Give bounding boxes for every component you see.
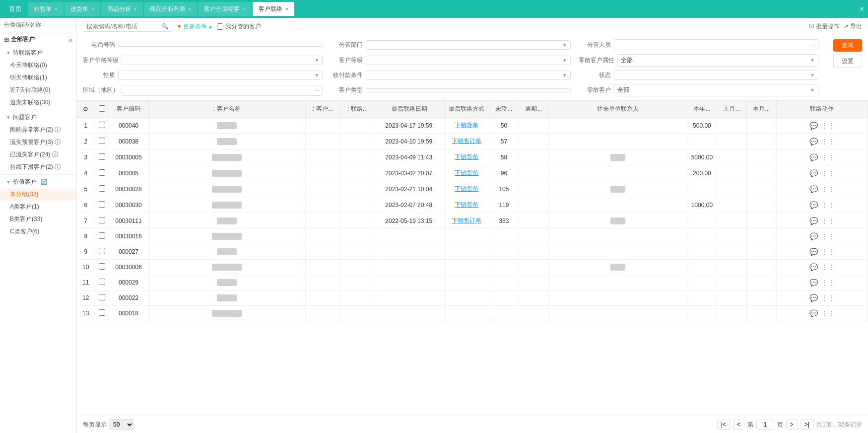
message-icon[interactable]: 💬 [809,232,818,240]
close-icon[interactable]: × [243,6,246,12]
prev-page-btn[interactable]: < [733,420,744,430]
sidebar-item-overdue[interactable]: 逾期未联络(30) [0,96,76,109]
row-checkbox[interactable] [95,290,109,306]
last-way-link[interactable]: 下销售订单 [452,217,481,224]
page-size-select[interactable]: 50 100 200 [109,419,134,430]
message-icon[interactable]: 💬 [809,169,818,177]
home-tab[interactable]: 首页 [4,4,27,13]
main-search-input[interactable] [86,23,159,30]
first-page-btn[interactable]: |< [717,420,730,430]
message-icon[interactable]: 💬 [809,263,818,271]
grid-action-icon[interactable]: ⋮⋮ [821,122,835,130]
sidebar-item-churn-warn[interactable]: 流失预警客户(3) ⓘ [0,136,76,148]
close-icon[interactable]: × [55,6,58,12]
row-checkbox[interactable] [95,260,109,275]
my-customers-check[interactable] [217,23,223,30]
sidebar-item-7days[interactable]: 近7天待联络(0) [0,84,76,96]
sidebar-group-problem[interactable]: ▼ 问题客户 [0,111,76,124]
main-search-box[interactable]: 🔍 [83,21,172,32]
next-page-btn[interactable]: > [786,420,798,430]
last-way-link[interactable]: 下销货单 [455,169,478,176]
sidebar-item-tomorrow[interactable]: 明天待联络(1) [0,72,76,84]
batch-ops-btn[interactable]: ☑ 批量操作 [809,22,840,31]
message-icon[interactable]: 💬 [809,309,818,317]
close-icon[interactable]: × [189,6,192,12]
last-page-btn[interactable]: >| [801,420,813,430]
sidebar-item-declining[interactable]: 持续下滑客户(2) ⓘ [0,161,76,173]
row-checkbox[interactable] [95,275,109,290]
nav-tab-purchase[interactable]: 进货单 × [65,2,100,16]
page-number-input[interactable] [756,420,774,430]
grid-action-icon[interactable]: ⋮⋮ [821,201,835,209]
sidebar-item-ungrouped[interactable]: 未分组(32) [0,188,76,201]
nav-tab-customer-tier[interactable]: 客户分层经客 × [198,2,252,16]
row-checkbox[interactable] [95,229,109,244]
close-icon[interactable]: × [285,6,288,12]
close-icon[interactable]: × [91,6,94,12]
query-button[interactable]: 查询 [833,39,862,52]
row-checkbox[interactable] [95,244,109,260]
nav-tab-analysis-list[interactable]: 商品分析列表 × [144,2,198,16]
message-icon[interactable]: 💬 [809,185,818,193]
select-all-checkbox[interactable] [99,105,105,112]
sidebar-item-churned[interactable]: 已流失客户(24) ⓘ [0,148,76,161]
last-way-link[interactable]: 下销货单 [455,122,478,129]
message-icon[interactable]: 💬 [809,294,818,302]
th-check[interactable] [95,101,109,118]
sidebar-item-c-class[interactable]: C类客户(6) [0,225,76,238]
reset-button[interactable]: 设置 [833,55,862,68]
row-checkbox[interactable] [95,306,109,321]
grid-action-icon[interactable]: ⋮⋮ [821,263,835,271]
zero-attr-input[interactable]: 全部 ▼ [617,54,818,67]
message-icon[interactable]: 💬 [809,138,818,145]
nav-tab-sales[interactable]: 销售单 × [28,2,64,16]
row-checkbox[interactable] [95,134,109,149]
region-input[interactable]: ··· [122,85,323,96]
sidebar-group-value[interactable]: ▼ 价值客户 🔄 [0,176,76,188]
grid-action-icon[interactable]: ⋮⋮ [821,138,835,145]
status-input[interactable]: ▼ [614,71,818,80]
row-checkbox[interactable] [95,213,109,229]
nav-tab-analysis[interactable]: 商品分析 × [101,2,143,16]
row-checkbox[interactable] [95,181,109,197]
message-icon[interactable]: 💬 [809,153,818,161]
zero-customer-input[interactable]: 全部 ▼ [614,84,818,96]
row-checkbox[interactable] [95,165,109,181]
gender-input[interactable]: ▼ [118,71,323,80]
grid-action-icon[interactable]: ⋮⋮ [821,153,835,161]
grid-action-icon[interactable]: ⋮⋮ [821,309,835,317]
price-level-input[interactable]: ▼ [122,56,323,65]
nav-tab-customer-contact[interactable]: 客户联络 × [253,2,294,16]
person-input[interactable]: ··· [614,39,818,50]
sidebar-item-today[interactable]: 今天待联络(0) [0,59,76,72]
close-window-icon[interactable]: × [860,4,864,13]
grid-action-icon[interactable]: ⋮⋮ [821,185,835,193]
last-way-link[interactable]: 下销货单 [455,185,478,192]
sidebar-item-b-class[interactable]: B类客户(33) [0,213,76,225]
last-way-link[interactable]: 下销售订单 [452,138,481,144]
grid-action-icon[interactable]: ⋮⋮ [821,169,835,177]
export-btn[interactable]: ↗ 导出 [844,22,862,31]
last-way-link[interactable]: 下销货单 [455,201,478,208]
message-icon[interactable]: 💬 [809,122,818,130]
message-icon[interactable]: 💬 [809,201,818,209]
sidebar-group-pending[interactable]: ▼ 待联络客户 [0,47,76,59]
dept-input[interactable]: ▼ [366,40,570,50]
grid-action-icon[interactable]: ⋮⋮ [821,294,835,302]
customer-level-input[interactable]: ▼ [366,56,570,65]
message-icon[interactable]: 💬 [809,248,818,256]
sidebar-search-input[interactable] [4,21,77,28]
th-settings[interactable]: ⚙ [77,101,95,118]
close-icon[interactable]: × [134,6,137,12]
last-way-link[interactable]: 下销货单 [455,153,478,160]
grid-action-icon[interactable]: ⋮⋮ [821,248,835,256]
collapse-icon[interactable]: « [68,36,72,44]
sidebar-item-abnormal[interactable]: 囤购异常客户(2) ⓘ [0,124,76,136]
row-checkbox[interactable] [95,149,109,165]
all-customers-header[interactable]: ⊞ 全部客户 « [0,32,76,47]
sidebar-item-a-class[interactable]: A类客户(1) [0,201,76,213]
more-conditions-btn[interactable]: ▼ 更多条件 ▲ [176,22,213,31]
grid-action-icon[interactable]: ⋮⋮ [821,217,835,225]
payment-input[interactable]: ▼ [366,71,570,80]
grid-action-icon[interactable]: ⋮⋮ [821,279,835,287]
